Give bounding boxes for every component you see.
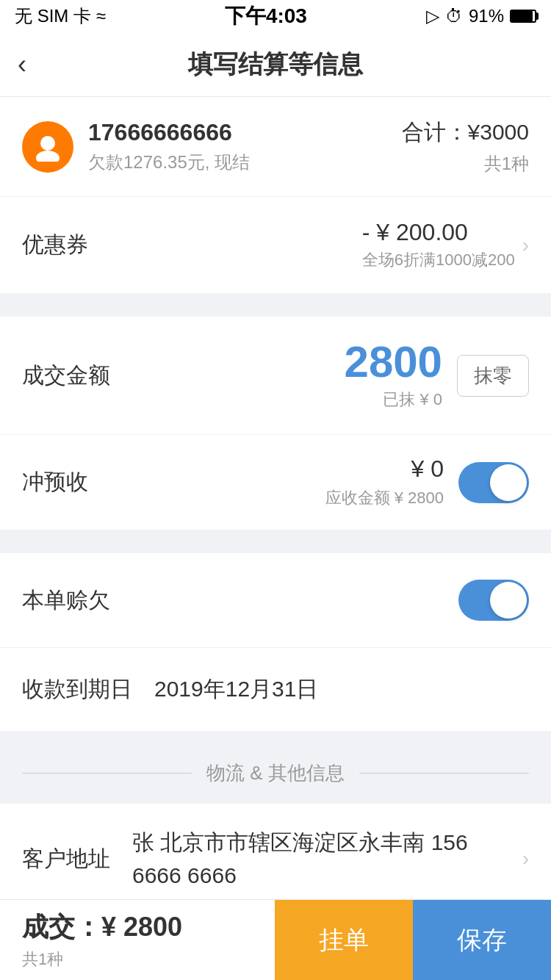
user-info-card: 17666666666 欠款1276.35元, 现结 合计：¥3000 共1种 … <box>0 97 551 293</box>
total-amount: 合计：¥3000 <box>402 118 529 148</box>
avatar-icon <box>33 132 62 162</box>
deal-amount-label: 成交金额 <box>22 361 110 391</box>
address-content: 张 北京市市辖区海淀区永丰南 156 6666 6666 <box>132 826 515 892</box>
user-total: 合计：¥3000 共1种 <box>402 118 529 176</box>
prepay-sub: 应收金额 ¥ 2800 <box>325 487 444 509</box>
back-button[interactable]: ‹ <box>18 49 26 80</box>
bottom-count: 共1种 <box>22 948 253 970</box>
battery-icon <box>510 10 536 23</box>
logistics-section-header: 物流 & 其他信息 <box>0 743 551 804</box>
bottom-deal-label: 成交：¥ 2800 <box>22 909 253 945</box>
prepay-label: 冲预收 <box>22 467 88 497</box>
debt-row: 本单赊欠 <box>0 553 551 647</box>
divider-line-left <box>22 773 192 774</box>
deal-number-group: 2800 已抹 ¥ 0 <box>345 340 442 411</box>
section-divider-1 <box>0 305 551 317</box>
debt-label: 本单赊欠 <box>22 586 110 616</box>
user-info-text: 17666666666 欠款1276.35元, 现结 <box>88 119 402 174</box>
prepay-right: ¥ 0 应收金额 ¥ 2800 <box>325 455 529 509</box>
user-sub-text: 欠款1276.35元, 现结 <box>88 151 402 174</box>
battery-indicator: 91% <box>469 6 504 26</box>
coupon-row[interactable]: 优惠券 - ¥ 200.00 全场6折满1000减200 › <box>0 196 551 293</box>
logistics-label: 物流 & 其他信息 <box>206 760 345 786</box>
status-time: 下午4:03 <box>225 2 307 30</box>
clock-icon: ⏱ <box>445 6 463 26</box>
avatar <box>22 121 73 173</box>
sim-status: 无 SIM 卡 ≈ <box>15 4 106 28</box>
page-title: 填写结算等信息 <box>188 48 363 82</box>
chevron-right-icon: › <box>522 234 529 257</box>
coupon-right: - ¥ 200.00 全场6折满1000减200 › <box>362 219 529 271</box>
total-count: 共1种 <box>402 152 529 176</box>
prepay-amount: ¥ 0 应收金额 ¥ 2800 <box>325 455 444 509</box>
status-right: ▷ ⏱ 91% <box>426 6 536 26</box>
coupon-label: 优惠券 <box>22 230 88 260</box>
coupon-desc: 全场6折满1000减200 <box>362 249 515 271</box>
deal-amount-card: 成交金额 2800 已抹 ¥ 0 抹零 冲预收 ¥ 0 应收金额 ¥ 2800 <box>0 317 551 530</box>
debt-toggle[interactable] <box>458 580 529 621</box>
due-date-label: 收款到期日 <box>22 674 132 705</box>
bottom-deal-prefix: 成交： <box>22 912 101 942</box>
deal-sub: 已抹 ¥ 0 <box>345 389 442 411</box>
bottom-bar: 成交：¥ 2800 共1种 挂单 保存 <box>0 899 551 980</box>
debt-card: 本单赊欠 收款到期日 2019年12月31日 <box>0 553 551 731</box>
nav-bar: ‹ 填写结算等信息 <box>0 32 551 97</box>
bottom-deal-amount: ¥ 2800 <box>101 912 182 942</box>
save-button[interactable]: 保存 <box>413 900 551 981</box>
round-button[interactable]: 抹零 <box>457 355 529 397</box>
svg-point-1 <box>36 151 60 162</box>
prepay-toggle[interactable] <box>458 462 529 503</box>
prepay-num: ¥ 0 <box>325 455 444 483</box>
due-date-row: 收款到期日 2019年12月31日 <box>0 647 551 731</box>
bottom-summary: 成交：¥ 2800 共1种 <box>0 909 275 970</box>
address-card: 客户地址 张 北京市市辖区海淀区永丰南 156 6666 6666 › <box>0 804 551 914</box>
location-icon: ▷ <box>426 6 439 26</box>
deal-number[interactable]: 2800 <box>345 340 442 384</box>
status-left: 无 SIM 卡 ≈ <box>15 4 106 28</box>
address-chevron-icon: › <box>522 847 529 871</box>
user-row: 17666666666 欠款1276.35元, 现结 合计：¥3000 共1种 <box>0 97 551 196</box>
debt-right <box>458 580 529 621</box>
deal-amount-row: 成交金额 2800 已抹 ¥ 0 抹零 <box>0 317 551 435</box>
prepay-row: 冲预收 ¥ 0 应收金额 ¥ 2800 <box>0 435 551 530</box>
status-bar: 无 SIM 卡 ≈ 下午4:03 ▷ ⏱ 91% <box>0 0 551 32</box>
address-row[interactable]: 客户地址 张 北京市市辖区海淀区永丰南 156 6666 6666 › <box>0 804 551 914</box>
user-phone: 17666666666 <box>88 119 402 146</box>
section-divider-2 <box>0 541 551 553</box>
coupon-amount: - ¥ 200.00 <box>362 219 515 246</box>
toggle-knob <box>490 464 527 501</box>
address-label: 客户地址 <box>22 844 110 874</box>
coupon-info: - ¥ 200.00 全场6折满1000减200 <box>362 219 515 271</box>
divider-line-right <box>359 773 529 774</box>
due-date-value: 2019年12月31日 <box>154 674 318 705</box>
svg-point-0 <box>40 136 55 151</box>
hang-button[interactable]: 挂单 <box>275 900 413 981</box>
content-area: 17666666666 欠款1276.35元, 现结 合计：¥3000 共1种 … <box>0 97 551 980</box>
debt-toggle-knob <box>490 582 527 619</box>
deal-amount-right: 2800 已抹 ¥ 0 抹零 <box>345 340 529 411</box>
